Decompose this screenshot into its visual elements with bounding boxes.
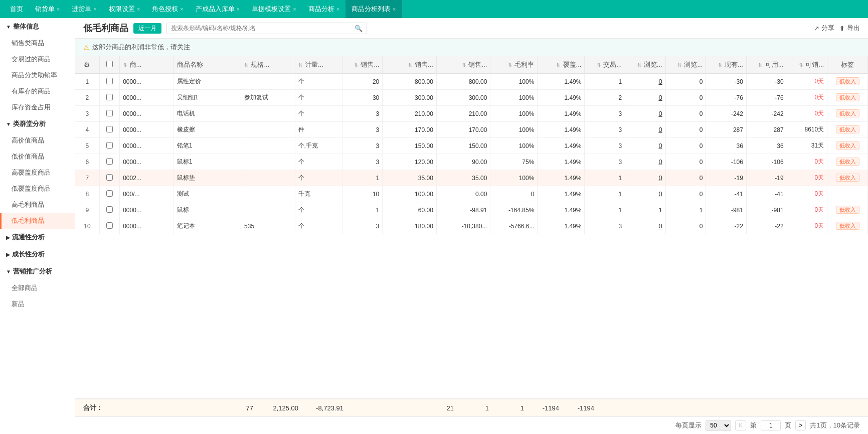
nav-sales-order[interactable]: 销货单 × xyxy=(29,0,66,18)
row-checkbox-9[interactable] xyxy=(106,206,113,213)
row-check-1[interactable] xyxy=(99,74,119,90)
close-product-entry-icon[interactable]: × xyxy=(237,6,240,12)
close-permissions-icon[interactable]: × xyxy=(137,6,140,12)
sort-icon12[interactable]: ⇅ xyxy=(718,62,722,68)
row-browse1-7[interactable]: 0 xyxy=(625,170,666,186)
sort-icon10[interactable]: ⇅ xyxy=(637,62,641,68)
settings-icon[interactable]: ⚙ xyxy=(84,61,90,69)
sort-icon6[interactable]: ⇅ xyxy=(462,62,466,68)
row-check-7[interactable] xyxy=(99,170,119,186)
close-product-analysis-list-icon[interactable]: × xyxy=(393,6,396,12)
row-code-4: 0000... xyxy=(120,122,174,138)
sidebar-item-new-goods[interactable]: 新品 xyxy=(0,296,75,312)
sidebar-group-marketing[interactable]: ▼ 营销推广分析 xyxy=(0,263,75,280)
row-spec-7 xyxy=(241,170,295,186)
row-checkbox-7[interactable] xyxy=(106,174,113,181)
sort-icon2[interactable]: ⇅ xyxy=(244,62,248,68)
row-checkbox-5[interactable] xyxy=(106,142,113,149)
row-browse1-6[interactable]: 0 xyxy=(625,154,666,170)
row-check-8[interactable] xyxy=(99,186,119,202)
sort-icon9[interactable]: ⇅ xyxy=(597,62,601,68)
row-check-5[interactable] xyxy=(99,138,119,154)
close-product-analysis-icon[interactable]: × xyxy=(336,6,339,12)
nav-purchase-order[interactable]: 进货单 × xyxy=(66,0,102,18)
row-checkbox-2[interactable] xyxy=(106,94,113,100)
export-button[interactable]: ⬆ 导出 xyxy=(839,24,860,33)
row-browse1-2[interactable]: 0 xyxy=(625,90,666,106)
sort-icon4[interactable]: ⇅ xyxy=(354,62,358,68)
row-checkbox-4[interactable] xyxy=(106,126,113,132)
row-browse1-8[interactable]: 0 xyxy=(625,186,666,202)
row-checkbox-6[interactable] xyxy=(106,158,113,165)
col-header-browse2: ⇅ 浏览... xyxy=(665,56,706,74)
sidebar-item-sales-goods[interactable]: 销售类商品 xyxy=(0,35,75,51)
nav-permissions[interactable]: 权限设置 × xyxy=(103,0,146,18)
sidebar-group-overall[interactable]: ▼ 整体信息 xyxy=(0,18,75,35)
row-check-10[interactable] xyxy=(99,218,119,234)
close-template-settings-icon[interactable]: × xyxy=(293,6,296,12)
row-browse1-4[interactable]: 0 xyxy=(625,122,666,138)
row-checkbox-8[interactable] xyxy=(106,190,113,197)
sidebar-item-high-value[interactable]: 高价值商品 xyxy=(0,132,75,149)
row-checkbox-1[interactable] xyxy=(106,78,113,84)
sidebar-item-low-coverage[interactable]: 低覆盖度商品 xyxy=(0,181,75,197)
sort-icon13[interactable]: ⇅ xyxy=(758,62,762,68)
close-purchase-order-icon[interactable]: × xyxy=(93,6,96,12)
row-browse1-1[interactable]: 0 xyxy=(625,74,666,90)
sidebar-item-low-margin[interactable]: 低毛利商品 xyxy=(0,213,75,229)
select-all-checkbox[interactable] xyxy=(106,61,113,67)
sort-icon3[interactable]: ⇅ xyxy=(298,62,302,68)
period-button[interactable]: 近一月 xyxy=(133,23,161,34)
sidebar-item-category-rate[interactable]: 商品分类助销率 xyxy=(0,67,75,83)
nav-role-auth[interactable]: 角色授权 × xyxy=(146,0,189,18)
sidebar-item-traded-goods[interactable]: 交易过的商品 xyxy=(0,51,75,67)
nav-template-settings[interactable]: 单据模板设置 × xyxy=(246,0,302,18)
row-browse1-3[interactable]: 0 xyxy=(625,106,666,122)
row-code-6: 0000... xyxy=(120,154,174,170)
row-check-6[interactable] xyxy=(99,154,119,170)
sort-icon14[interactable]: ⇅ xyxy=(799,62,803,68)
sidebar-group-growth[interactable]: ▶ 成长性分析 xyxy=(0,246,75,263)
sidebar-item-capital[interactable]: 库存资金占用 xyxy=(0,99,75,115)
nav-product-analysis[interactable]: 商品分析 × xyxy=(302,0,345,18)
page-input[interactable] xyxy=(761,420,781,430)
row-current-5: 36 xyxy=(706,138,747,154)
arrow-down-icon: ▼ xyxy=(6,24,11,30)
sort-icon8[interactable]: ⇅ xyxy=(556,62,560,68)
row-check-3[interactable] xyxy=(99,106,119,122)
nav-home[interactable]: 首页 xyxy=(4,0,29,18)
next-page-button[interactable]: > xyxy=(795,420,806,430)
close-sales-order-icon[interactable]: × xyxy=(57,6,60,12)
sort-icon5[interactable]: ⇅ xyxy=(408,62,412,68)
per-page-select[interactable]: 50 100 200 xyxy=(706,420,731,431)
sort-icon[interactable]: ⇅ xyxy=(123,62,127,68)
row-checkbox-10[interactable] xyxy=(106,222,113,229)
share-button[interactable]: ↗ 分享 xyxy=(814,24,834,33)
close-role-auth-icon[interactable]: × xyxy=(180,6,183,12)
search-icon[interactable]: 🔍 xyxy=(355,25,363,32)
prev-page-button[interactable]: K xyxy=(735,420,746,430)
sidebar-item-low-value[interactable]: 低价值商品 xyxy=(0,149,75,165)
search-input[interactable] xyxy=(171,25,355,32)
sidebar-item-high-margin[interactable]: 高毛利商品 xyxy=(0,197,75,213)
sidebar-item-all-goods[interactable]: 全部商品 xyxy=(0,280,75,296)
sort-icon7[interactable]: ⇅ xyxy=(508,62,512,68)
sort-icon11[interactable]: ⇅ xyxy=(677,62,681,68)
row-browse1-5[interactable]: 0 xyxy=(625,138,666,154)
row-check-9[interactable] xyxy=(99,202,119,218)
sidebar-item-in-stock[interactable]: 有库存的商品 xyxy=(0,83,75,99)
col-header-setting[interactable]: ⚙ xyxy=(75,56,99,74)
page-label: 第 xyxy=(750,421,757,430)
row-spec-2: 参加复试 xyxy=(241,90,295,106)
sidebar-group-liquidity[interactable]: ▶ 流通性分析 xyxy=(0,229,75,246)
sidebar-group-cluster[interactable]: ▼ 类群堂分析 xyxy=(0,115,75,132)
row-checkbox-3[interactable] xyxy=(106,110,113,116)
nav-product-analysis-list[interactable]: 商品分析列表 × xyxy=(345,0,402,18)
row-check-4[interactable] xyxy=(99,122,119,138)
nav-product-entry[interactable]: 产成品入库单 × xyxy=(190,0,246,18)
sidebar-item-high-coverage[interactable]: 高覆盖度商品 xyxy=(0,165,75,181)
row-check-2[interactable] xyxy=(99,90,119,106)
col-header-check[interactable] xyxy=(99,56,119,74)
row-browse1-9[interactable]: 1 xyxy=(625,202,666,218)
row-browse1-10[interactable]: 0 xyxy=(625,218,666,234)
